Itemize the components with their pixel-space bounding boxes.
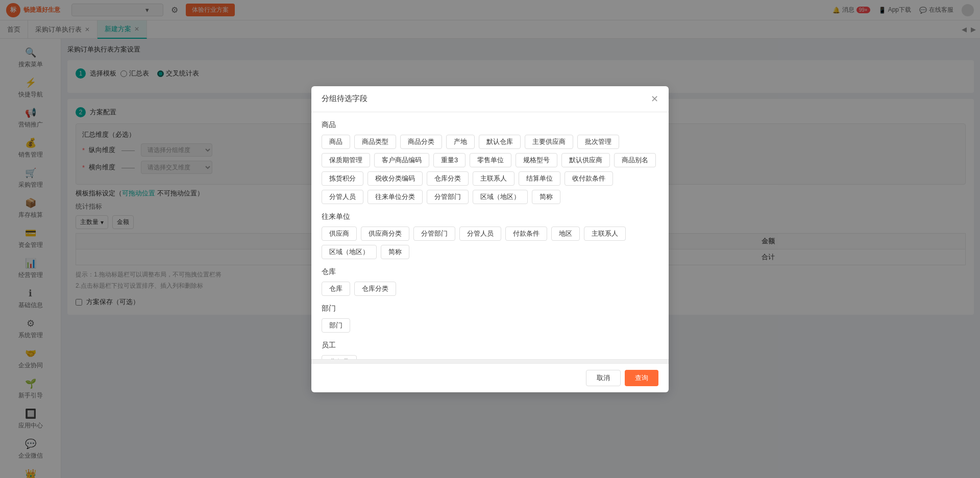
field-tag-supplier-category[interactable]: 供应商分类 (361, 227, 409, 241)
section-counterpart: 往来单位 供应商 供应商分类 分管部门 分管人员 付款条件 地区 主联系人 区域… (322, 212, 658, 259)
field-tag-goods-alias[interactable]: 商品别名 (614, 153, 656, 167)
section-warehouse-title: 仓库 (322, 267, 658, 276)
field-tag-warehouse-cat[interactable]: 仓库分类 (354, 282, 396, 296)
modal-header: 分组待选字段 ✕ (311, 86, 669, 112)
modal-hscroll[interactable] (311, 359, 669, 363)
field-tag-warehouse-category[interactable]: 仓库分类 (427, 171, 469, 186)
modal-overlay: 分组待选字段 ✕ 商品 商品 商品类型 商品分类 产地 默认仓库 主要供应商 批… (0, 0, 980, 478)
field-tag-weight3[interactable]: 重量3 (433, 153, 465, 167)
field-tag-counterpart-category[interactable]: 往来单位分类 (368, 190, 423, 204)
field-tag-area[interactable]: 地区 (551, 227, 580, 241)
field-tag-spec-model[interactable]: 规格型号 (516, 153, 557, 167)
field-tag-warehouse[interactable]: 仓库 (322, 282, 350, 296)
field-tag-manager-counterpart[interactable]: 分管人员 (459, 227, 501, 241)
field-tag-supplier[interactable]: 供应商 (322, 227, 357, 241)
field-tag-region-goods[interactable]: 区域（地区） (473, 190, 528, 204)
modal-body[interactable]: 商品 商品 商品类型 商品分类 产地 默认仓库 主要供应商 批次管理 保质期管理… (311, 112, 669, 359)
field-tag-goods[interactable]: 商品 (322, 135, 350, 149)
field-tag-goods-type[interactable]: 商品类型 (354, 135, 396, 149)
field-tag-origin[interactable]: 产地 (446, 135, 475, 149)
field-tag-abbr-counterpart[interactable]: 简称 (381, 245, 409, 259)
section-employee-title: 员工 (322, 341, 658, 350)
field-tag-region-counterpart[interactable]: 区域（地区） (322, 245, 377, 259)
confirm-button[interactable]: 查询 (625, 370, 658, 386)
field-tag-dept-counterpart[interactable]: 分管部门 (413, 227, 455, 241)
field-tag-sales-person[interactable]: 业务员 (322, 355, 357, 359)
section-warehouse-tags: 仓库 仓库分类 (322, 282, 658, 296)
field-tag-retail-unit[interactable]: 零售单位 (470, 153, 511, 167)
field-tag-department[interactable]: 部门 (322, 318, 350, 333)
field-tag-main-contact-counterpart[interactable]: 主联系人 (584, 227, 626, 241)
field-tag-dept[interactable]: 分管部门 (427, 190, 469, 204)
field-tag-batch-mgmt[interactable]: 批次管理 (577, 135, 619, 149)
field-tag-default-warehouse[interactable]: 默认仓库 (479, 135, 521, 149)
section-warehouse: 仓库 仓库 仓库分类 (322, 267, 658, 296)
field-tag-main-supplier[interactable]: 主要供应商 (525, 135, 573, 149)
section-department-title: 部门 (322, 304, 658, 313)
section-employee-tags: 业务员 (322, 355, 658, 359)
cancel-button[interactable]: 取消 (586, 370, 621, 386)
section-employee: 员工 业务员 (322, 341, 658, 359)
field-tag-settlement-unit[interactable]: 结算单位 (519, 171, 560, 186)
section-goods: 商品 商品 商品类型 商品分类 产地 默认仓库 主要供应商 批次管理 保质期管理… (322, 120, 658, 204)
section-counterpart-title: 往来单位 (322, 212, 658, 221)
section-goods-title: 商品 (322, 120, 658, 130)
field-tag-quality-period[interactable]: 保质期管理 (322, 153, 370, 167)
field-tag-payment-condition[interactable]: 付款条件 (505, 227, 547, 241)
field-tag-manager[interactable]: 分管人员 (322, 190, 363, 204)
section-counterpart-tags: 供应商 供应商分类 分管部门 分管人员 付款条件 地区 主联系人 区域（地区） … (322, 227, 658, 259)
field-tag-default-supplier[interactable]: 默认供应商 (561, 153, 610, 167)
modal-footer: 取消 查询 (311, 363, 669, 392)
section-department: 部门 部门 (322, 304, 658, 333)
field-tag-tax-code[interactable]: 税收分类编码 (368, 171, 423, 186)
field-tag-main-contact[interactable]: 主联系人 (473, 171, 514, 186)
field-tag-customer-goods-code[interactable]: 客户商品编码 (374, 153, 429, 167)
field-tag-pick-points[interactable]: 拣货积分 (322, 171, 363, 186)
modal-title: 分组待选字段 (322, 94, 368, 104)
section-department-tags: 部门 (322, 318, 658, 333)
field-tag-payment-terms[interactable]: 收付款条件 (565, 171, 613, 186)
field-tag-abbr-goods[interactable]: 简称 (532, 190, 560, 204)
section-goods-tags: 商品 商品类型 商品分类 产地 默认仓库 主要供应商 批次管理 保质期管理 客户… (322, 135, 658, 204)
field-select-modal: 分组待选字段 ✕ 商品 商品 商品类型 商品分类 产地 默认仓库 主要供应商 批… (311, 86, 669, 392)
field-tag-goods-category[interactable]: 商品分类 (400, 135, 442, 149)
modal-close-button[interactable]: ✕ (651, 93, 658, 105)
